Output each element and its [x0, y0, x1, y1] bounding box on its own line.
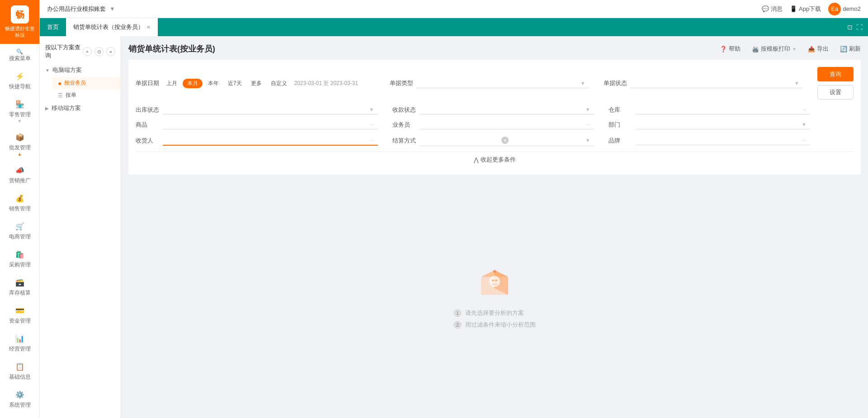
salesman-input[interactable]: ···	[420, 120, 594, 129]
svg-point-8	[493, 270, 496, 273]
tree-node-mobile[interactable]: ▶ 移动端方案	[40, 101, 121, 115]
product-input[interactable]: ···	[163, 120, 378, 129]
filter-item-receiver: 收货人 ···	[136, 136, 378, 146]
date-btn-lastmonth[interactable]: 上月	[163, 79, 181, 88]
divider2	[802, 46, 802, 52]
sidebar-item-inventory[interactable]: 🗃️ 库存核算	[0, 273, 39, 301]
filter-row-2: 出库状态 ▼ 收款状态 ▼	[136, 105, 854, 114]
tip-num-2: 2	[453, 321, 462, 329]
sidebar-item-marketing[interactable]: 📣 营销推广	[0, 161, 39, 189]
topbar: 办公用品行业模拟账套 ▼ 💬 消息 📱 App下载 Ea demo2	[40, 0, 868, 18]
dept-select[interactable]: ▼	[636, 120, 810, 129]
collapse-row[interactable]: ⋀ 收起更多条件	[136, 152, 854, 167]
tree-item-by-order[interactable]: ☰ 按单	[52, 89, 121, 101]
content-area: 按以下方案查询 + ⊙ « ▼ 电脑端方案 ● 按业务员 ☰ 按单	[40, 36, 868, 418]
divider	[746, 46, 746, 52]
sidebar-item-operations[interactable]: 📊 经营管理	[0, 329, 39, 357]
tree-node-label: 电脑端方案	[52, 66, 82, 74]
receiver-input[interactable]: ···	[163, 136, 378, 146]
svg-point-4	[489, 276, 500, 287]
sidebar-item-enterprise[interactable]: 🤝 企业协同	[0, 413, 39, 418]
user-avatar-btn[interactable]: Ea demo2	[828, 3, 861, 15]
paystatus-label: 收款状态	[392, 106, 420, 114]
message-btn[interactable]: 💬 消息	[762, 5, 783, 13]
warehouse-input[interactable]: ···	[636, 105, 810, 114]
page-title: 销货单统计表(按业务员)	[128, 43, 215, 54]
empty-tip-1: 1 请先选择要分析的方案	[453, 309, 536, 317]
collapse-up-icon: ⋀	[474, 157, 479, 163]
sidebar-item-wholesale[interactable]: 📦 批发管理 ▲	[0, 128, 39, 161]
brand-input[interactable]: ···	[636, 136, 810, 145]
sidebar-search-label: 搜索菜单	[9, 55, 31, 62]
receiver-more-icon: ···	[370, 138, 374, 143]
brand-label: 品牌	[609, 137, 636, 145]
date-btn-more[interactable]: 更多	[247, 79, 265, 88]
print-btn[interactable]: 🖨️ 按模板打印 ▼	[752, 45, 797, 53]
tip-text-1: 请先选择要分析的方案	[465, 309, 524, 317]
doctype-select[interactable]: ▼	[417, 79, 589, 88]
export-btn[interactable]: 📤 导出	[808, 45, 829, 53]
tree-node-pc[interactable]: ▼ 电脑端方案	[40, 63, 121, 77]
divider3	[834, 46, 835, 52]
sidebar-item-sales[interactable]: 💰 销售管理	[0, 189, 39, 217]
topbar-title: 办公用品行业模拟账套	[47, 5, 106, 13]
sidebar-item-label: 营销推广	[9, 177, 31, 185]
tab-expand-icon[interactable]: ⛶	[856, 24, 863, 31]
export-label: 导出	[817, 45, 829, 53]
app-label: App下载	[799, 5, 821, 13]
filter-item-product: 商品 ···	[136, 120, 378, 129]
tab-close-icon[interactable]: ✕	[146, 24, 151, 30]
date-btn-thismonth[interactable]: 本月	[183, 79, 203, 88]
paystatus-arrow-icon: ▼	[585, 107, 590, 112]
app-icon: 📱	[790, 5, 797, 12]
sidebar-item-system[interactable]: ⚙️ 系统管理	[0, 385, 39, 413]
filter-item-docstatus: 单据状态 ▼	[604, 79, 803, 88]
settle-select[interactable]: ✕ ▼	[420, 135, 594, 146]
tree-item-by-salesman[interactable]: ● 按业务员	[52, 77, 121, 89]
setting-button[interactable]: 设置	[817, 85, 854, 100]
sidebar-item-purchase[interactable]: 🛍️ 采购管理	[0, 245, 39, 273]
date-btn-custom[interactable]: 自定义	[267, 79, 291, 88]
query-button[interactable]: 查询	[817, 67, 854, 81]
sidebar-item-label: 批发管理	[9, 144, 31, 152]
edit-scheme-btn[interactable]: ⊙	[94, 47, 104, 56]
filter-item-salesman: 业务员 ···	[392, 120, 594, 129]
left-panel: 按以下方案查询 + ⊙ « ▼ 电脑端方案 ● 按业务员 ☰ 按单	[40, 36, 121, 418]
filter-item-warehouse: 仓库 ···	[609, 105, 810, 114]
sidebar-item-retail[interactable]: 🏪 零售管理 ▼	[0, 95, 39, 128]
tip-text-2: 用过滤条件来缩小分析范围	[465, 321, 536, 329]
left-panel-actions: + ⊙ «	[83, 47, 115, 56]
collapse-panel-btn[interactable]: «	[106, 47, 115, 56]
docstatus-select[interactable]: ▼	[631, 79, 803, 88]
tabbar-right: ⊡ ⛶	[847, 24, 868, 31]
sales-icon: 💰	[15, 194, 25, 204]
scheme-label: 按业务员	[64, 79, 86, 87]
date-btn-thisyear[interactable]: 本年	[204, 79, 222, 88]
sidebar-item-finance[interactable]: 💳 资金管理	[0, 301, 39, 329]
outstatus-select[interactable]: ▼	[163, 105, 378, 114]
sidebar-item-quicknav[interactable]: ⚡ 快捷导航	[0, 67, 39, 95]
basic-icon: 📋	[15, 362, 25, 372]
refresh-btn[interactable]: 🔄 刷新	[840, 45, 861, 53]
topbar-dropdown-arrow[interactable]: ▼	[109, 5, 115, 12]
tab-home-label: 首页	[47, 23, 59, 31]
sidebar-item-ecommerce[interactable]: 🛒 电商管理	[0, 217, 39, 245]
order-icon: ☰	[58, 92, 63, 99]
paystatus-select[interactable]: ▼	[420, 105, 594, 114]
date-btn-7days[interactable]: 近7天	[224, 79, 245, 88]
tab-restore-icon[interactable]: ⊡	[847, 24, 853, 31]
product-more-icon: ···	[370, 122, 374, 127]
topbar-left: 办公用品行业模拟账套 ▼	[47, 5, 115, 13]
receiver-label: 收货人	[136, 137, 163, 145]
add-scheme-btn[interactable]: +	[83, 47, 92, 56]
message-label: 消息	[771, 5, 783, 13]
sidebar-item-basic[interactable]: 📋 基础信息	[0, 357, 39, 385]
settle-clear-btn[interactable]: ✕	[501, 137, 509, 144]
tab-home[interactable]: 首页	[40, 18, 66, 36]
app-download-btn[interactable]: 📱 App下载	[790, 5, 821, 13]
tab-sales-stat[interactable]: 销货单统计表（按业务员） ✕	[66, 18, 158, 36]
quicknav-icon: ⚡	[15, 71, 25, 81]
app-logo[interactable]: 畅 畅捷通好生意 标版	[0, 0, 39, 44]
sidebar-item-search[interactable]: 🔍 搜索菜单	[0, 44, 39, 67]
help-btn[interactable]: ❓ 帮助	[720, 45, 741, 53]
